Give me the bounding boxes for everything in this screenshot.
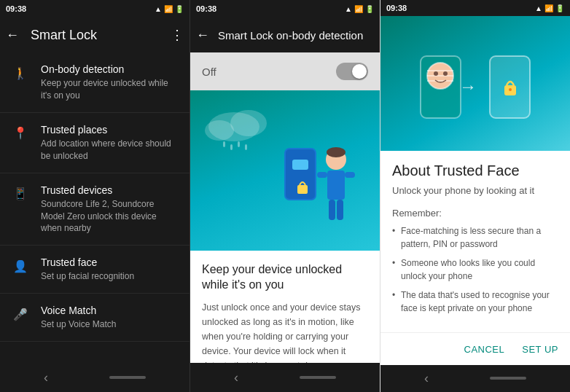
about-subtitle: Unlock your phone by looking at it [392, 185, 558, 196]
signal-icon: 📶 [164, 5, 173, 13]
remember-label: Remember: [392, 208, 558, 219]
status-bar-1: 09:38 ▲ 📶 🔋 [0, 0, 190, 17]
status-bar-2: 09:38 ▲ 📶 🔋 [190, 0, 380, 17]
home-indicator-3[interactable] [490, 377, 526, 380]
svg-rect-16 [337, 200, 343, 220]
trusted-places-subtitle: Add location where device should be unlo… [41, 138, 178, 162]
trusted-face-title: Trusted face [41, 256, 134, 269]
bullet-item-1: Face-matching is less secure than a patt… [392, 224, 558, 251]
panel-smart-lock: 09:38 ▲ 📶 🔋 ← Smart Lock ⋮ 🚶 On-body det… [0, 0, 190, 392]
back-nav-icon-2[interactable]: ‹ [234, 370, 238, 385]
trusted-places-text: Trusted places Add location where device… [41, 123, 178, 162]
home-indicator-2[interactable] [300, 376, 336, 379]
status-icons-3: ▲ 📶 🔋 [535, 4, 564, 12]
svg-rect-3 [223, 141, 225, 147]
wifi-icon: ▲ [155, 5, 162, 13]
toggle-label: Off [202, 66, 216, 78]
on-body-icon: 🚶 [12, 64, 29, 82]
trusted-face-text: Trusted face Set up facial recognition [41, 256, 134, 283]
svg-rect-8 [292, 160, 308, 170]
bullet-item-2: Someone who looks like you could unlock … [392, 256, 558, 283]
signal-icon-2: 📶 [354, 5, 363, 13]
trusted-devices-text: Trusted devices Soundcore Life 2, Soundc… [41, 184, 178, 235]
panel1-title: Smart Lock [31, 28, 159, 43]
svg-rect-5 [238, 141, 240, 147]
more-button-1[interactable]: ⋮ [171, 27, 184, 43]
signal-icon-3: 📶 [544, 4, 553, 12]
bottom-nav-1: ‹ [0, 363, 190, 392]
svg-point-23 [443, 71, 448, 76]
trusted-devices-title: Trusted devices [41, 184, 178, 197]
menu-item-on-body[interactable]: 🚶 On-body detection Keep your device unl… [0, 52, 190, 113]
top-bar-2: ← Smart Lock on-body detection [190, 17, 380, 52]
voice-match-subtitle: Set up Voice Match [41, 318, 116, 331]
voice-match-title: Voice Match [41, 304, 116, 317]
trusted-face-illustration: → [380, 16, 570, 151]
svg-rect-14 [345, 172, 355, 178]
illustration-svg [190, 90, 380, 251]
on-body-title: On-body detection [41, 63, 178, 76]
on-body-text: On-body detection Keep your device unloc… [41, 63, 178, 102]
svg-point-2 [205, 120, 234, 141]
trusted-face-subtitle: Set up facial recognition [41, 270, 134, 283]
on-body-subtitle: Keep your device unlocked while it's on … [41, 77, 178, 102]
svg-text:→: → [459, 77, 477, 96]
bottom-nav-3: ‹ [380, 365, 570, 392]
panel-on-body-detection: 09:38 ▲ 📶 🔋 ← Smart Lock on-body detecti… [190, 0, 380, 392]
toggle-row: Off [190, 52, 380, 90]
status-icons-1: ▲ 📶 🔋 [155, 5, 184, 13]
bullet-list: Face-matching is less secure than a patt… [392, 224, 558, 315]
on-body-illustration [190, 90, 380, 251]
menu-item-voice-match[interactable]: 🎤 Voice Match Set up Voice Match [0, 294, 190, 342]
panel2-title: Smart Lock on-body detection [218, 29, 374, 42]
wifi-icon-3: ▲ [535, 4, 542, 12]
svg-rect-13 [317, 172, 327, 178]
about-title: About Trusted Face [392, 162, 558, 179]
toggle-switch[interactable] [336, 63, 368, 80]
trusted-places-title: Trusted places [41, 123, 178, 136]
about-section: About Trusted Face Unlock your phone by … [380, 151, 570, 332]
content-body: Just unlock once and your device stays u… [202, 300, 368, 363]
bullet-item-3: The data that's used to recognise your f… [392, 289, 558, 315]
trusted-devices-subtitle: Soundcore Life 2, Soundcore Model Zero u… [41, 198, 178, 235]
back-button-1[interactable]: ← [6, 28, 19, 43]
battery-icon: 🔋 [175, 5, 184, 13]
svg-rect-6 [245, 144, 247, 150]
status-icons-2: ▲ 📶 🔋 [345, 5, 374, 13]
bottom-nav-2: ‹ [190, 363, 380, 392]
trusted-face-icon: 👤 [12, 257, 29, 275]
svg-rect-12 [327, 170, 345, 200]
menu-item-trusted-places[interactable]: 📍 Trusted places Add location where devi… [0, 113, 190, 173]
content-heading: Keep your device unlocked while it's on … [202, 262, 368, 293]
menu-list: 🚶 On-body detection Keep your device unl… [0, 52, 190, 363]
home-indicator-1[interactable] [109, 376, 146, 379]
svg-point-22 [434, 71, 438, 76]
trusted-devices-icon: 📱 [12, 185, 29, 203]
back-nav-icon-3[interactable]: ‹ [424, 371, 429, 386]
status-time-2: 09:38 [196, 4, 216, 13]
status-time-3: 09:38 [386, 4, 407, 12]
wifi-icon-2: ▲ [345, 5, 352, 13]
svg-rect-15 [329, 200, 335, 220]
back-nav-icon-1[interactable]: ‹ [44, 370, 48, 385]
setup-button[interactable]: SET UP [522, 344, 558, 355]
svg-rect-4 [230, 144, 233, 150]
on-body-content: Keep your device unlocked while it's on … [190, 251, 380, 363]
status-bar-3: 09:38 ▲ 📶 🔋 [380, 0, 570, 16]
battery-icon-3: 🔋 [555, 4, 564, 12]
voice-match-icon: 🎤 [12, 305, 29, 323]
svg-point-1 [230, 110, 267, 136]
cancel-button[interactable]: CANCEL [464, 344, 505, 355]
svg-rect-9 [297, 185, 308, 194]
action-row: CANCEL SET UP [380, 332, 570, 365]
trusted-face-hero: → [380, 16, 570, 151]
trusted-places-icon: 📍 [12, 125, 29, 142]
battery-icon-2: 🔋 [365, 5, 374, 13]
menu-item-trusted-devices[interactable]: 📱 Trusted devices Soundcore Life 2, Soun… [0, 173, 190, 246]
panel-trusted-face: 09:38 ▲ 📶 🔋 → [380, 0, 570, 392]
menu-item-trusted-face[interactable]: 👤 Trusted face Set up facial recognition [0, 246, 190, 294]
svg-point-27 [509, 88, 512, 91]
voice-match-text: Voice Match Set up Voice Match [41, 304, 116, 331]
status-time-1: 09:38 [6, 4, 26, 13]
back-button-2[interactable]: ← [196, 28, 209, 43]
